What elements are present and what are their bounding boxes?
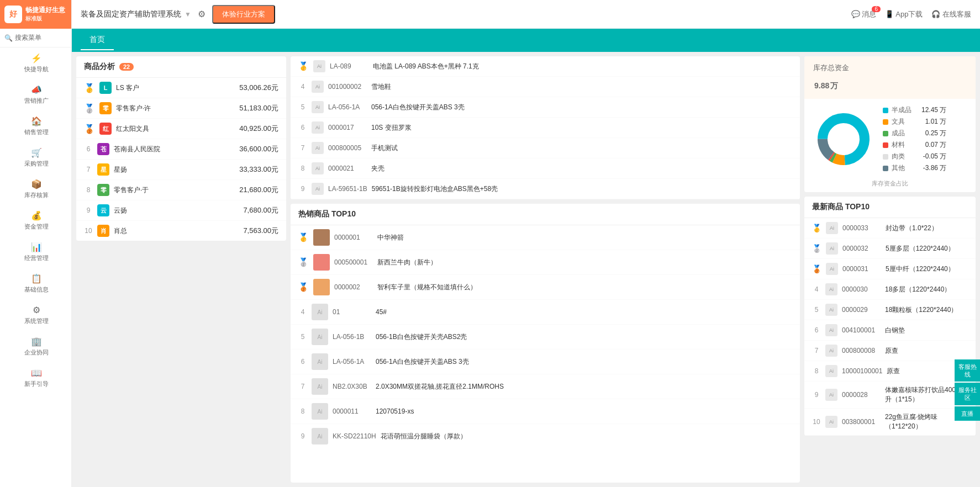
new-product-item: 10 Ai 003800001 22g鱼豆腐·烧烤味（1*12*20） — [804, 409, 976, 436]
rank-number: 7 — [812, 347, 821, 354]
sidebar-item-guide[interactable]: 📖 新手引导 — [0, 362, 71, 394]
cs-live-btn[interactable]: 直播 — [955, 406, 980, 421]
product-name: 2.0X30MM双搓花轴,搓花直径2.1MM/ROHS — [376, 382, 792, 391]
message-count: 6 — [872, 6, 881, 12]
sidebar-item-sales[interactable]: 🏠 销售管理 — [0, 110, 71, 142]
product-code: NB2.0X30B — [333, 383, 371, 390]
customer-avatar: 苍 — [97, 143, 109, 155]
sidebar-item-system[interactable]: ⚙ 系统管理 — [0, 299, 71, 331]
product-name: 封边带（1.0*22） — [886, 224, 968, 233]
settings-icon[interactable]: ⚙ — [198, 9, 206, 19]
customer-list-item: 🥇 L LS 客户 53,006.26元 — [76, 78, 286, 98]
product-code: KK-SD22110H — [333, 432, 376, 440]
customer-avatar: L — [99, 82, 112, 94]
customer-list-item: 10 肖 肖总 7,563.00元 — [76, 221, 286, 241]
rank-number: 5 — [298, 333, 307, 341]
app-logo: 好 畅捷通好生意 标准版 — [0, 0, 71, 29]
app-download[interactable]: 📱 App下载 — [885, 9, 923, 19]
product-code: 003800001 — [842, 418, 881, 426]
hot-product-item: 9 Ai KK-SD22110H 花语萌恒温分腿睡袋（厚款） — [291, 424, 800, 446]
product-icon: Ai — [825, 389, 837, 401]
legend-item: 文具 1.01 万 — [883, 117, 946, 126]
search-menu[interactable]: 🔍 搜索菜单 — [0, 29, 71, 47]
system-title: 装备及固定资产辅助管理系统 — [81, 9, 181, 19]
right-panel-col: 库存总资金 9.88万 — [804, 56, 976, 483]
customer-name: 零售客户·许 — [116, 104, 235, 113]
rank-number: 7 — [298, 383, 307, 390]
product-icon: Ai — [312, 101, 324, 113]
sidebar-nav: ⚡ 快捷导航 📣 营销推广 🏠 销售管理 🛒 采购管理 📦 库存核算 💰 资金管… — [0, 47, 71, 487]
svg-point-5 — [828, 124, 859, 155]
operations-label: 经营管理 — [24, 254, 49, 262]
product-thumbnail — [313, 254, 330, 271]
base-info-icon: 📋 — [31, 273, 42, 284]
legend-item: 材料 0.07 万 — [883, 140, 946, 150]
sidebar-item-quick-nav[interactable]: ⚡ 快捷导航 — [0, 47, 71, 79]
trial-button[interactable]: 体验行业方案 — [212, 5, 275, 24]
product-code: LA-056-1A — [333, 358, 371, 366]
search-icon: 🔍 — [4, 34, 13, 42]
base-info-label: 基础信息 — [24, 285, 49, 294]
rank-number: 4 — [298, 308, 307, 316]
rank-number: 7 — [298, 144, 307, 152]
medal-icon: 🥉 — [298, 282, 309, 292]
legend-color — [883, 154, 888, 160]
new-product-item: 9 Ai 0000028 体嫩嘉核味苏打饮品400毫升（1*15） — [804, 382, 976, 409]
product-name: 056-1A白色按键开关盖ABS 3壳 — [371, 103, 792, 112]
main-area: 装备及固定资产辅助管理系统 ▼ ⚙ 体验行业方案 💬 消息 6 📱 App下载 … — [72, 0, 980, 487]
cs-community-btn[interactable]: 服务社区 — [955, 383, 980, 405]
system-title-area: 装备及固定资产辅助管理系统 ▼ — [81, 9, 191, 19]
medal-icon: 🥉 — [84, 124, 95, 134]
rank-number: 6 — [298, 124, 307, 131]
legend-item: 半成品 12.45 万 — [883, 105, 946, 115]
product-name: 手机测试 — [371, 144, 792, 153]
sidebar-item-finance[interactable]: 💰 资金管理 — [0, 205, 71, 236]
legend-label: 成品 — [892, 129, 914, 138]
tab-home[interactable]: 首页 — [81, 30, 114, 50]
hot-product-item: 4 Ai 01 45# — [291, 300, 800, 325]
new-products-panel: 最新商品 TOP10 🥇 Ai 0000033 封边带（1.0*22） 🥈 Ai… — [804, 197, 976, 436]
product-code: LA-056-1B — [333, 333, 371, 341]
sidebar-item-purchase[interactable]: 🛒 采购管理 — [0, 142, 71, 173]
customers-badge: 22 — [119, 63, 134, 71]
top-product-item: 🥇 Ai LA-089 电池盖 LA-089 ABS本色+黑种 7.1克 — [291, 56, 800, 77]
product-name: 电池盖 LA-089 ABS本色+黑种 7.1克 — [373, 62, 792, 71]
hot-product-item: 🥇 0000001 中华神箭 — [291, 225, 800, 250]
product-name: 夹壳 — [371, 164, 792, 173]
message-badge[interactable]: 💬 消息 6 — [851, 9, 877, 19]
new-product-item: 6 Ai 004100001 白钢垫 — [804, 320, 976, 341]
medal-icon: 🥇 — [84, 83, 95, 93]
donut-chart-container: 半成品 12.45 万 文具 1.01 万 成品 0.25 万 材料 0.07 … — [804, 99, 976, 179]
hot-products-panel: 热销商品 TOP10 🥇 0000001 中华神箭 🥈 000500001 新西… — [291, 204, 800, 483]
product-icon: Ai — [826, 242, 838, 255]
product-code: 000500001 — [334, 258, 373, 266]
customer-amount: 53,006.26元 — [239, 83, 278, 93]
sidebar-item-marketing[interactable]: 📣 营销推广 — [0, 79, 71, 110]
online-service[interactable]: 🎧 在线客服 — [931, 9, 971, 19]
product-name: 45# — [376, 308, 792, 316]
system-icon: ⚙ — [33, 305, 40, 315]
top-customers-list: 🥇 L LS 客户 53,006.26元 🥈 零 零售客户·许 51,183.0… — [76, 78, 286, 241]
sidebar-item-base-info[interactable]: 📋 基础信息 — [0, 268, 71, 299]
top-products-scroll-panel: 🥇 Ai LA-089 电池盖 LA-089 ABS本色+黑种 7.1克 4 A… — [291, 56, 800, 199]
customer-name: 肖总 — [114, 226, 239, 236]
sidebar-item-inventory[interactable]: 📦 库存核算 — [0, 173, 71, 205]
product-code: 004100001 — [842, 326, 881, 334]
top-product-item: 4 Ai 001000002 雪地鞋 — [291, 77, 800, 97]
product-code: LA-089 — [330, 62, 368, 70]
medal-icon: 🥇 — [298, 232, 309, 242]
sidebar-item-enterprise[interactable]: 🏢 企业协同 — [0, 331, 71, 362]
rank-number: 4 — [812, 285, 821, 293]
product-code: 0000011 — [333, 407, 371, 415]
product-code: 000800008 — [842, 347, 881, 354]
product-name: 雪地鞋 — [371, 82, 792, 92]
cs-hotline-btn[interactable]: 客服热线 — [955, 359, 980, 382]
rank-number: 6 — [812, 326, 821, 334]
purchase-icon: 🛒 — [31, 147, 42, 158]
hot-product-item: 8 Ai 0000011 12070519-xs — [291, 399, 800, 424]
product-thumbnail: Ai — [312, 329, 328, 345]
medal-icon: 🥈 — [298, 257, 309, 267]
enterprise-icon: 🏢 — [31, 336, 42, 347]
hot-product-item: 🥉 0000002 智利车子里（规格不知道填什么） — [291, 275, 800, 300]
sidebar-item-operations[interactable]: 📊 经营管理 — [0, 236, 71, 268]
